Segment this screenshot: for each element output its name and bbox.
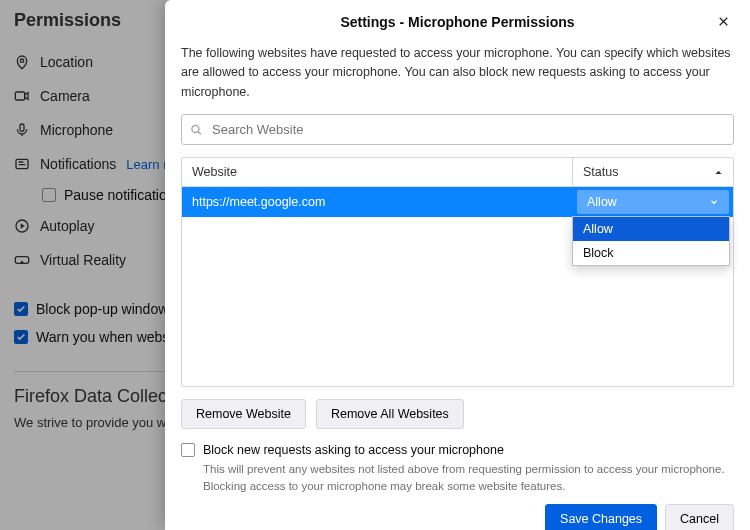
table-row[interactable]: https://meet.google.com Allow	[182, 187, 733, 217]
status-dropdown: Allow Block	[572, 216, 730, 266]
status-select[interactable]: Allow	[577, 190, 729, 214]
search-icon	[190, 123, 203, 136]
block-new-requests-option[interactable]: Block new requests asking to access your…	[181, 443, 734, 457]
close-icon	[717, 15, 730, 28]
save-changes-button[interactable]: Save Changes	[545, 504, 657, 530]
dropdown-option-block[interactable]: Block	[573, 241, 729, 265]
dropdown-option-allow[interactable]: Allow	[573, 217, 729, 241]
col-status[interactable]: Status	[573, 158, 733, 186]
microphone-permissions-dialog: Settings - Microphone Permissions The fo…	[165, 0, 750, 530]
dialog-title-bar: Settings - Microphone Permissions	[181, 8, 734, 44]
chevron-down-icon	[709, 197, 719, 207]
dialog-intro-text: The following websites have requested to…	[181, 44, 734, 102]
sort-icon	[714, 168, 723, 177]
close-button[interactable]	[712, 10, 734, 32]
search-field	[181, 114, 734, 145]
remove-website-button[interactable]: Remove Website	[181, 399, 306, 429]
row-website-url: https://meet.google.com	[182, 188, 577, 216]
dialog-body: The following websites have requested to…	[181, 44, 734, 504]
svg-point-6	[192, 125, 199, 132]
remove-buttons-row: Remove Website Remove All Websites	[181, 399, 734, 429]
permissions-table: Website Status https://meet.google.com A…	[181, 157, 734, 387]
col-website[interactable]: Website	[182, 158, 573, 186]
col-status-label: Status	[583, 165, 618, 179]
dialog-footer: Save Changes Cancel	[181, 504, 734, 530]
search-input[interactable]	[181, 114, 734, 145]
status-select-value: Allow	[587, 195, 617, 209]
block-new-requests-help: This will prevent any websites not liste…	[203, 461, 734, 494]
table-header: Website Status	[182, 158, 733, 187]
remove-all-websites-button[interactable]: Remove All Websites	[316, 399, 464, 429]
checkbox-unchecked[interactable]	[181, 443, 195, 457]
cancel-button[interactable]: Cancel	[665, 504, 734, 530]
dialog-title: Settings - Microphone Permissions	[340, 14, 574, 30]
block-new-requests-label: Block new requests asking to access your…	[203, 443, 504, 457]
